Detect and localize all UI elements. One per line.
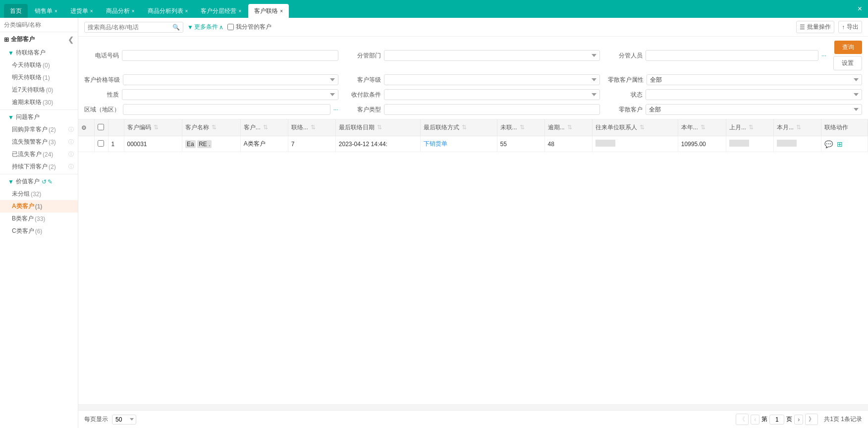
- page-number-input[interactable]: [769, 415, 784, 425]
- more-conditions-btn[interactable]: ▼ 更多条件 ∧: [187, 23, 223, 31]
- content-area: 🔍 ▼ 更多条件 ∧ 我分管的客户 ☰ 批量操作 ↑ 导出: [78, 18, 868, 428]
- grid-icon: ⊞: [4, 36, 9, 43]
- settings-col-header[interactable]: ⚙: [78, 119, 94, 136]
- nature-select[interactable]: [122, 89, 338, 100]
- settings-button[interactable]: 设置: [833, 56, 862, 70]
- row-last-method-cell[interactable]: 下销货单: [420, 136, 497, 152]
- close-tab-icon[interactable]: ×: [90, 8, 93, 14]
- close-all-button[interactable]: ×: [856, 2, 864, 15]
- close-tab-icon[interactable]: ×: [238, 8, 241, 14]
- last-method-col-header[interactable]: 最后联络方式 ⇅: [420, 119, 497, 136]
- retail-customer-select[interactable]: 全部: [646, 104, 862, 115]
- retail-attr-filter-row: 零散客户属性 全部: [608, 74, 862, 85]
- no-contact-col-header[interactable]: 未联... ⇅: [497, 119, 544, 136]
- nav-tab-首页[interactable]: 首页: [4, 4, 28, 18]
- filter-search-icon[interactable]: 🔍: [172, 24, 180, 31]
- refresh-icon[interactable]: ↺: [42, 178, 47, 185]
- customer-level-filter-row: 客户等级: [346, 74, 600, 85]
- top-navigation: 首页销售单×进货单×商品分析×商品分析列表×客户分层经营×客户联络× ×: [0, 0, 868, 18]
- batch-icon: ☰: [800, 24, 805, 31]
- batch-operation-btn[interactable]: ☰ 批量操作: [796, 21, 834, 33]
- sidebar-item-problem[interactable]: 回购异常客户(2)ⓘ: [0, 123, 78, 136]
- retail-attr-select[interactable]: 全部: [647, 74, 862, 85]
- unit-contact-col-header[interactable]: 往来单位联系人 ⇅: [592, 119, 678, 136]
- code-col-header[interactable]: 客户编码 ⇅: [124, 119, 182, 136]
- prev-page-btn[interactable]: ‹: [751, 415, 760, 425]
- last-method-link[interactable]: 下销货单: [424, 140, 447, 147]
- nav-tab-商品分析[interactable]: 商品分析×: [100, 4, 141, 18]
- first-page-btn[interactable]: 《: [736, 414, 749, 425]
- retail-customer-filter-row: 零散客户 全部: [608, 104, 862, 115]
- close-tab-icon[interactable]: ×: [280, 8, 283, 14]
- region-input[interactable]: [123, 104, 330, 115]
- query-button[interactable]: 查询: [834, 41, 862, 54]
- staff-input[interactable]: [646, 50, 818, 61]
- next-page-btn[interactable]: ›: [794, 415, 803, 425]
- problem-customers-group[interactable]: ▼ 问题客户: [0, 111, 78, 123]
- edit-icon[interactable]: ✎: [48, 178, 53, 185]
- row-code-cell: 000031: [124, 136, 182, 152]
- name-col-header[interactable]: 客户名称 ⇅: [182, 119, 241, 136]
- export-btn[interactable]: ↑ 导出: [838, 21, 862, 33]
- nav-tab-商品分析列表[interactable]: 商品分析列表×: [142, 4, 194, 18]
- my-customers-checkbox[interactable]: 我分管的客户: [227, 23, 271, 31]
- close-tab-icon[interactable]: ×: [185, 8, 188, 14]
- sidebar-item-value[interactable]: A类客户(1): [0, 200, 78, 213]
- horizontal-scrollbar[interactable]: [78, 404, 868, 410]
- scrollbar-inner: [78, 405, 524, 405]
- close-tab-icon[interactable]: ×: [132, 8, 135, 14]
- customer-type-input[interactable]: [384, 104, 600, 115]
- filter-search-box[interactable]: 🔍: [84, 22, 183, 33]
- sidebar-item-value[interactable]: C类客户(6): [0, 225, 78, 237]
- department-select[interactable]: [384, 50, 600, 61]
- staff-dots-btn[interactable]: ···: [821, 52, 826, 59]
- sidebar-search-input[interactable]: [4, 21, 78, 28]
- sidebar-item-problem[interactable]: 流失预警客户(3)ⓘ: [0, 136, 78, 148]
- status-select[interactable]: [646, 89, 862, 100]
- message-action-icon[interactable]: 💬: [824, 140, 833, 148]
- grid-action-icon[interactable]: ⊞: [837, 140, 843, 148]
- sidebar-collapse-icon[interactable]: ❮: [68, 36, 74, 44]
- row-checkbox-cell[interactable]: [94, 136, 108, 152]
- sidebar-item-pending[interactable]: 近7天待联络(0): [0, 84, 78, 96]
- sidebar-item-pending[interactable]: 逾期未联络(30): [0, 96, 78, 108]
- level-col-header[interactable]: 客户... ⇅: [240, 119, 288, 136]
- sidebar-item-pending[interactable]: 今天待联络(0): [0, 59, 78, 71]
- this-month-col-header[interactable]: 本月... ⇅: [773, 119, 821, 136]
- value-customers-group[interactable]: ▼ 价值客户 ↺ ✎: [0, 175, 78, 188]
- nav-tab-进货单[interactable]: 进货单×: [64, 4, 99, 18]
- last-month-col-header[interactable]: 上月... ⇅: [726, 119, 773, 136]
- checkbox-col-header[interactable]: [94, 119, 108, 136]
- sidebar-item-problem[interactable]: 已流失客户(24)ⓘ: [0, 148, 78, 160]
- region-dots-btn[interactable]: ···: [333, 106, 338, 113]
- contacts-col-header[interactable]: 联络... ⇅: [288, 119, 335, 136]
- all-customers-section[interactable]: ⊞ 全部客户 ❮: [0, 32, 78, 47]
- sidebar-item-pending[interactable]: 明天待联络(1): [0, 71, 78, 84]
- main-layout: 🔍 ⊞ 全部客户 ❮ ▼ 待联络客户 今天待联络(0)明天待联络(1)近7天待联…: [0, 18, 868, 428]
- my-customers-check[interactable]: [227, 24, 234, 30]
- overdue-col-header[interactable]: 逾期... ⇅: [544, 119, 592, 136]
- sidebar-search-bar: 🔍: [0, 18, 78, 32]
- last-page-btn[interactable]: 》: [805, 414, 818, 425]
- sidebar-item-value[interactable]: B类客户(33): [0, 213, 78, 225]
- pending-contact-group[interactable]: ▼ 待联络客户: [0, 47, 78, 59]
- page-size-select[interactable]: 50 100 200: [112, 415, 136, 425]
- nav-tab-客户联络[interactable]: 客户联络×: [248, 4, 289, 18]
- price-level-select[interactable]: [123, 74, 338, 85]
- close-tab-icon[interactable]: ×: [54, 8, 57, 14]
- filter-bar: 🔍 ▼ 更多条件 ∧ 我分管的客户 ☰ 批量操作 ↑ 导出: [78, 18, 868, 37]
- row-actions-cell: 💬 ⊞: [821, 136, 868, 152]
- last-date-col-header[interactable]: 最后联络日期 ⇅: [335, 119, 420, 136]
- row-checkbox[interactable]: [98, 140, 104, 147]
- this-year-col-header[interactable]: 本年... ⇅: [678, 119, 726, 136]
- customer-search-input[interactable]: [88, 24, 170, 31]
- nav-tab-客户分层经营[interactable]: 客户分层经营×: [195, 4, 247, 18]
- customer-level-select[interactable]: [384, 74, 600, 85]
- select-all-checkbox[interactable]: [98, 124, 104, 130]
- sidebar-item-problem[interactable]: 持续下滑客户(2)ⓘ: [0, 160, 78, 173]
- sidebar-item-value[interactable]: 未分组(32): [0, 188, 78, 200]
- sidebar: 🔍 ⊞ 全部客户 ❮ ▼ 待联络客户 今天待联络(0)明天待联络(1)近7天待联…: [0, 18, 78, 428]
- nav-tab-销售单[interactable]: 销售单×: [29, 4, 63, 18]
- payment-select[interactable]: [384, 89, 600, 100]
- phone-input[interactable]: [122, 50, 338, 61]
